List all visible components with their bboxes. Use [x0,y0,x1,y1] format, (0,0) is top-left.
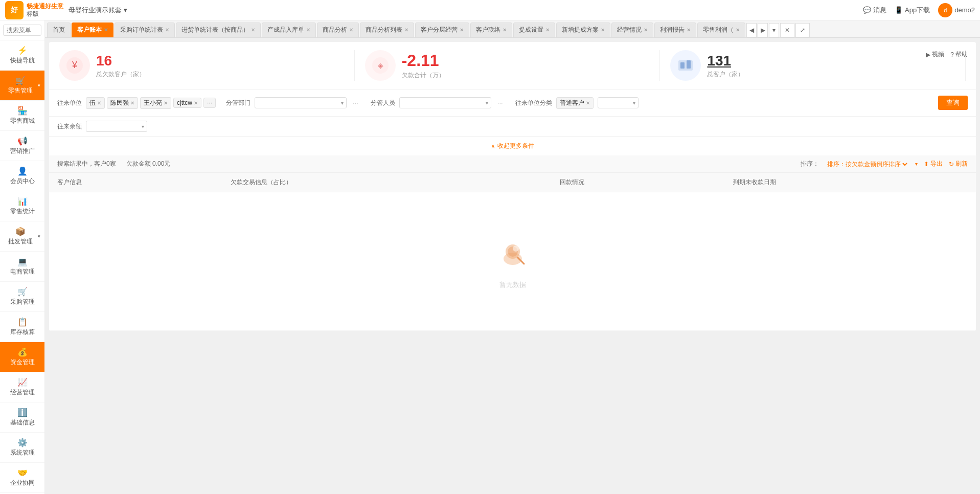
tab-analysis-list[interactable]: 商品分析列表 ✕ [360,23,414,38]
top-bar: 好 畅捷通好生意 标版 母婴行业演示账套 ▾ 💬 消息 📱 App下载 d de… [0,0,980,20]
main-layout: ⚡ 快捷导航 🛒 零售管理 ▾ 🏪 零售商城 📢 营销推广 👤 会员中心 [0,20,980,494]
total-debt-value: -2.11 [402,51,445,70]
tab-customer-contact[interactable]: 客户联络 ✕ [470,23,512,38]
balance-select[interactable] [86,121,147,132]
user-profile[interactable]: d demo2 [938,3,975,17]
debt-icon: ◈ [371,56,390,75]
filter-tag-wang: 王小亮 ✕ [140,97,171,109]
sort-select[interactable]: 排序：按欠款金额倒序排序 [825,160,909,168]
chevron-down-icon: ▾ [124,6,127,14]
account-dropdown[interactable]: 母婴行业演示账套 ▾ [69,6,127,15]
message-btn[interactable]: 💬 消息 [863,6,886,15]
remove-tag-wang[interactable]: ✕ [164,100,168,106]
sidebar-item-wholesale-mgmt[interactable]: 📦 批发管理 ▾ [0,221,44,252]
col-debt-info: 欠款交易信息（占比） [222,173,552,192]
remove-tag-wu[interactable]: ✕ [97,100,101,106]
dept-select-wrap: ▾ [255,97,347,108]
export-btn[interactable]: ⬆ 导出 [924,160,943,168]
sidebar-item-retail-mgmt[interactable]: 🛒 零售管理 ▾ [0,71,44,101]
tab-customers[interactable]: 客户账本 ✕ [72,23,113,38]
avatar: d [938,3,952,17]
tab-expand[interactable]: ⤢ [795,23,810,37]
marketing-icon: 📢 [17,136,28,146]
unit-category-select[interactable] [598,97,639,108]
tab-retail-profit[interactable]: 零售利润（ ✕ [697,23,745,38]
sidebar-item-business-mgmt[interactable]: 📈 经营管理 [0,372,44,402]
tab-close-analysis[interactable]: ✕ [349,27,353,33]
filter-tag-cjttcw: cjttcw ✕ [173,98,201,108]
export-icon: ⬆ [924,161,929,168]
search-input[interactable] [3,25,41,36]
person-select[interactable] [399,97,491,108]
tab-close-analysis-list[interactable]: ✕ [404,27,408,33]
sidebar-item-member-center[interactable]: 👤 会员中心 [0,161,44,191]
tab-profit-report[interactable]: 利润报告 ✕ [654,23,696,38]
person-label: 分管人员 [371,99,395,107]
tab-close-production[interactable]: ✕ [306,27,310,33]
filter-tag-wu: 伍 ✕ [86,97,105,109]
video-btn[interactable]: ▶ 视频 [926,50,944,59]
tab-nav-right[interactable]: ▶ [758,23,768,37]
tab-business[interactable]: 经营情况 ✕ [611,23,653,38]
refresh-btn[interactable]: ↻ 刷新 [949,160,968,168]
svg-text:◈: ◈ [377,61,383,70]
logo-text: 畅捷通好生意 标版 [27,3,63,17]
sidebar-item-system-mgmt[interactable]: ⚙️ 系统管理 [0,433,44,463]
tab-reminder-setting[interactable]: 提成设置 ✕ [513,23,555,38]
tab-close-all[interactable]: ✕ [780,23,794,37]
sidebar-item-quick-nav[interactable]: ⚡ 快捷导航 [0,40,44,71]
collapse-btn[interactable]: ∧ 收起更多条件 [49,140,976,152]
search-result: 搜索结果中，客户0家 欠款金额 0.00元 [57,160,170,168]
dept-select[interactable] [255,97,347,108]
svg-rect-6 [687,60,691,69]
sort-label: 排序： [801,160,819,168]
tab-close-purchase-order[interactable]: ✕ [165,27,169,33]
help-btn[interactable]: ? 帮助 [950,50,968,59]
tab-close-customer-contact[interactable]: ✕ [503,27,507,33]
sidebar-item-enterprise[interactable]: 🤝 企业协同 [0,463,44,493]
sidebar-search [0,20,44,40]
remove-tag-normal-customer[interactable]: ✕ [586,100,590,106]
filter-more-btn[interactable]: ··· [203,98,216,108]
sidebar-item-marketing[interactable]: 📢 营销推广 [0,131,44,161]
tab-nav-menu[interactable]: ▾ [769,23,779,37]
tab-stock-in[interactable]: 进货单统计表（按商品） ✕ [176,23,261,38]
sidebar: ⚡ 快捷导航 🛒 零售管理 ▾ 🏪 零售商城 📢 营销推广 👤 会员中心 [0,20,45,494]
tab-close-customers[interactable]: ✕ [104,27,108,33]
tab-close-new-achievement[interactable]: ✕ [601,27,605,33]
sidebar-item-retail-store[interactable]: 🏪 零售商城 [0,101,44,131]
tab-nav-left[interactable]: ◀ [746,23,757,37]
tab-close-stock-in[interactable]: ✕ [251,27,255,33]
sidebar-item-finance[interactable]: 💰 资金管理 [0,342,44,372]
remove-tag-cjttcw[interactable]: ✕ [194,100,198,106]
remove-tag-chen[interactable]: ✕ [130,100,134,106]
svg-text:¥: ¥ [72,60,78,70]
tab-close-customer-mgmt[interactable]: ✕ [460,27,464,33]
wholesale-mgmt-icon: 📦 [15,227,26,236]
sidebar-item-inventory[interactable]: 📋 库存核算 [0,312,44,342]
tab-close-business[interactable]: ✕ [644,27,648,33]
tab-new-achievement[interactable]: 新增提成方案 ✕ [556,23,610,38]
customers2-icon [676,56,695,75]
customers-icon: ¥ [65,56,84,75]
app-download-btn[interactable]: 📱 App下载 [895,6,930,15]
svg-point-10 [513,245,519,252]
empty-state: 暂无数据 [49,192,976,330]
query-button[interactable]: 查询 [938,96,968,110]
tab-analysis[interactable]: 商品分析 ✕ [317,23,359,38]
total-customers2-label: 总客户（家） [707,70,744,79]
table-body: 暂无数据 [49,192,976,331]
tab-close-profit-report[interactable]: ✕ [687,27,691,33]
tab-purchase-order[interactable]: 采购订单统计表 ✕ [115,23,175,38]
sidebar-item-retail-stats[interactable]: 📊 零售统计 [0,191,44,221]
sidebar-item-basic-info[interactable]: ℹ️ 基础信息 [0,402,44,433]
stat-total-customers: ¥ 16 总欠款客户（家） [59,50,355,81]
sidebar-item-purchase-mgmt[interactable]: 🛒 采购管理 [0,282,44,312]
finance-icon: 💰 [17,347,28,357]
tab-customer-mgmt[interactable]: 客户分层经营 ✕ [415,23,469,38]
tab-home[interactable]: 首页 [47,23,71,38]
tab-close-retail-profit[interactable]: ✕ [736,27,740,33]
tab-production[interactable]: 产成品入库单 ✕ [262,23,316,38]
sidebar-item-ecommerce[interactable]: 💻 电商管理 [0,252,44,282]
tab-close-reminder-setting[interactable]: ✕ [545,27,550,33]
